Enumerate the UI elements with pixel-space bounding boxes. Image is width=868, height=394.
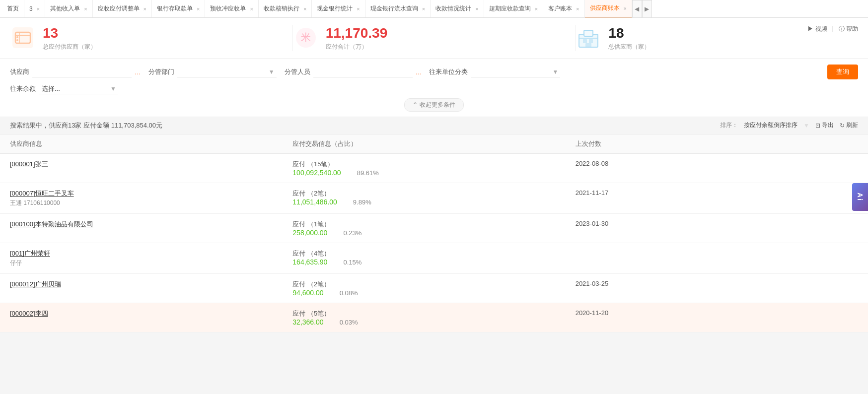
last-pay-date: 2022-08-08	[576, 160, 609, 167]
supplier-info-cell: [000100]本特勤油品有限公司	[10, 220, 292, 237]
collapse-icon: ⌃	[413, 101, 418, 108]
nav-tab-prepay-collect[interactable]: 预收冲应收单 ×	[205, 0, 258, 18]
nav-tab-t3-label: 3	[29, 5, 33, 12]
ap-suppliers-icon	[10, 25, 36, 51]
supplier-sub: 王通 17106110000	[10, 199, 292, 207]
help-link[interactable]: ⓘ 帮助	[839, 25, 858, 33]
top-right-actions: ▶ 视频 | ⓘ 帮助	[807, 25, 858, 33]
svg-point-5	[16, 39, 18, 41]
nav-tab-t3[interactable]: 3 ×	[24, 0, 45, 18]
supplier-info-cell: [001]广州荣轩 仔仔	[10, 249, 292, 267]
dept-input[interactable]	[177, 66, 277, 77]
supplier-link[interactable]: [000012]广州贝瑞	[10, 280, 61, 288]
nav-tab-overdue-collect[interactable]: 超期应收款查询 ×	[484, 0, 543, 18]
nav-tab-home[interactable]: 首页	[2, 0, 24, 18]
nav-tab-ap-adjust[interactable]: 应收应付调整单 ×	[93, 0, 152, 18]
person-input[interactable]	[313, 66, 413, 77]
nav-tab-collect-stat[interactable]: 收款情况统计 ×	[431, 0, 484, 18]
table-row: [000007]恒旺二手叉车 王通 17106110000 应付 （2笔） 11…	[0, 183, 868, 214]
nav-tab-bank-deposit[interactable]: 银行存取款单 ×	[152, 0, 205, 18]
category-input[interactable]	[471, 66, 560, 77]
ap-total-icon: 米	[293, 25, 319, 51]
nav-tab-customer-account-label: 客户账本	[548, 4, 572, 13]
close-icon[interactable]: ×	[422, 6, 425, 12]
balance-label: 往来余额	[10, 84, 36, 93]
ai-label: Ai	[856, 193, 864, 201]
close-icon[interactable]: ×	[37, 6, 40, 12]
nav-tab-cash-bank-stat[interactable]: 现金银行统计 ×	[312, 0, 365, 18]
close-icon[interactable]: ×	[624, 5, 627, 11]
person-dots-button[interactable]: ...	[416, 68, 422, 76]
svg-rect-13	[589, 39, 593, 43]
nav-prev-button[interactable]: ◀	[632, 0, 642, 18]
nav-tab-customer-account[interactable]: 客户账本 ×	[543, 0, 584, 18]
sort-value-button[interactable]: 按应付余额倒序排序	[744, 121, 797, 130]
result-info: 搜索结果中，供应商13家 应付金额 111,703,854.00元	[10, 121, 162, 130]
query-button[interactable]: 查询	[827, 65, 858, 79]
supplier-input[interactable]	[32, 66, 132, 77]
ap-amount[interactable]: 94,600.00	[292, 289, 323, 297]
export-button[interactable]: ⊡ 导出	[815, 121, 834, 130]
close-icon[interactable]: ×	[144, 6, 146, 12]
last-pay-date: 2023-01-30	[576, 220, 609, 227]
refresh-button[interactable]: ↻ 刷新	[840, 121, 858, 130]
total-suppliers-text: 18 总供应商（家）	[608, 25, 650, 51]
svg-point-4	[16, 36, 18, 38]
supplier-dots-button[interactable]: ...	[135, 68, 141, 76]
close-icon[interactable]: ×	[535, 6, 538, 12]
filter-balance: 往来余额 选择... ▼	[10, 83, 118, 94]
ap-label: 应付	[292, 220, 305, 228]
ap-amount[interactable]: 258,000.00	[292, 229, 327, 237]
close-icon[interactable]: ×	[576, 6, 579, 12]
ap-pct: 0.15%	[343, 259, 362, 266]
close-icon[interactable]: ×	[303, 6, 306, 12]
close-icon[interactable]: ×	[84, 6, 87, 12]
supplier-link[interactable]: [000002]李四	[10, 310, 48, 317]
nav-tab-collect-verify-label: 收款核销执行	[264, 4, 299, 13]
filter-area: 供应商 ... 分管部门 ▼ 分管人员 ... 往来单位分类 ▼ 查询	[0, 59, 868, 117]
ap-total-text: 11,170.39 应付合计（万）	[326, 25, 388, 51]
dept-label: 分管部门	[148, 67, 174, 76]
ai-assistant-button[interactable]: Ai	[852, 183, 868, 211]
balance-select[interactable]: 选择...	[39, 83, 118, 94]
ap-amount[interactable]: 32,366.00	[292, 318, 323, 326]
nav-tab-supplier-account[interactable]: 供应商账本 ×	[585, 0, 632, 18]
filter-supplier: 供应商 ...	[10, 66, 141, 77]
last-pay-date: 2021-11-17	[576, 189, 609, 197]
ap-transaction-cell: 应付 （1笔） 258,000.00 0.23%	[292, 220, 575, 237]
table-row: [000100]本特勤油品有限公司 应付 （1笔） 258,000.00 0.2…	[0, 214, 868, 243]
nav-tab-collect-verify[interactable]: 收款核销执行 ×	[259, 0, 312, 18]
total-suppliers-icon	[576, 25, 601, 51]
nav-tab-cash-bank-flow[interactable]: 现金银行流水查询 ×	[365, 0, 431, 18]
ap-count: （15笔）	[307, 160, 334, 168]
balance-select-wrapper: 选择... ▼	[39, 83, 118, 94]
close-icon[interactable]: ×	[357, 6, 360, 12]
export-icon: ⊡	[815, 122, 820, 129]
supplier-link[interactable]: [001]广州荣轩	[10, 250, 50, 257]
category-label: 往来单位分类	[429, 67, 468, 76]
ap-amount[interactable]: 100,092,540.00	[292, 169, 341, 177]
table-header: 供应商信息 应付交易信息（占比） 上次付数	[0, 134, 868, 154]
video-link[interactable]: ▶ 视频	[807, 25, 827, 33]
close-icon[interactable]: ×	[250, 6, 253, 12]
ap-transaction-cell: 应付 （15笔） 100,092,540.00 89.61%	[292, 160, 575, 177]
svg-rect-14	[585, 43, 591, 47]
filter-person: 分管人员 ...	[285, 66, 422, 77]
supplier-label: 供应商	[10, 67, 29, 76]
close-icon[interactable]: ×	[197, 6, 200, 12]
nav-tab-ap-adjust-label: 应收应付调整单	[98, 4, 140, 13]
nav-tab-other-income-label: 其他收入单	[50, 4, 80, 13]
collapse-button[interactable]: ⌃ 收起更多条件	[404, 98, 464, 112]
close-icon[interactable]: ×	[475, 6, 478, 12]
supplier-link[interactable]: [000100]本特勤油品有限公司	[10, 220, 93, 228]
nav-tab-other-income[interactable]: 其他收入单 ×	[45, 0, 92, 18]
ap-amount[interactable]: 11,051,486.00	[292, 198, 337, 206]
nav-arrows: ◀ ▶	[632, 0, 652, 18]
supplier-link[interactable]: [000007]恒旺二手叉车	[10, 190, 74, 197]
supplier-link[interactable]: [000001]张三	[10, 160, 48, 168]
collapse-label: 收起更多条件	[420, 101, 455, 109]
ap-suppliers-value: 13	[43, 25, 96, 42]
nav-next-button[interactable]: ▶	[642, 0, 652, 18]
ap-amount[interactable]: 164,635.90	[292, 258, 327, 266]
person-label: 分管人员	[285, 67, 310, 76]
